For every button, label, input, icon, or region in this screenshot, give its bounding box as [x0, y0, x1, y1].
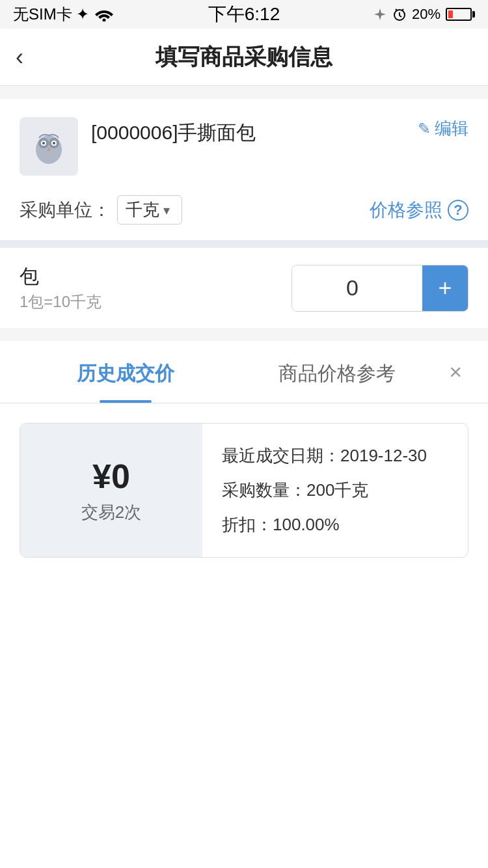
- price-ref-button[interactable]: 价格参照 ?: [370, 198, 468, 223]
- edit-button[interactable]: ✎ 编辑: [418, 117, 468, 140]
- unit-row: 采购单位： 千克 ▾: [20, 195, 182, 224]
- svg-line-3: [400, 16, 401, 17]
- tab-history-price[interactable]: 历史成交价: [20, 341, 231, 403]
- battery-icon: [446, 8, 475, 21]
- tabs-container: 历史成交价 商品价格参考 × ¥0 交易2次 最近成交日期：2019-12-30…: [0, 341, 488, 868]
- tabs-header: 历史成交价 商品价格参考 ×: [0, 341, 488, 403]
- product-thumbnail: [20, 117, 78, 176]
- price-card: ¥0 交易2次 最近成交日期：2019-12-30 采购数量：200千克 折扣：…: [20, 423, 468, 558]
- battery-percent: 20%: [412, 6, 441, 23]
- price-card-left: ¥0 交易2次: [20, 424, 202, 557]
- bottom-content-area: [0, 577, 488, 868]
- status-time: 下午6:12: [208, 2, 280, 27]
- quantity-unit-label: 包: [20, 264, 102, 290]
- tab-ref-label: 商品价格参考: [278, 362, 396, 384]
- quantity-row: 包 1包=10千克 +: [0, 248, 488, 328]
- price-transactions: 交易2次: [81, 501, 141, 524]
- svg-line-5: [402, 9, 403, 10]
- product-logo: [26, 124, 72, 169]
- recent-date-value: 2019-12-30: [340, 446, 427, 465]
- price-currency: ¥: [92, 457, 111, 495]
- product-header: [0000006]手撕面包 ✎ 编辑: [20, 117, 468, 176]
- carrier-text: 无SIM卡 ✦: [13, 4, 89, 25]
- alarm-icon: [392, 7, 407, 21]
- back-button[interactable]: ‹: [16, 44, 23, 71]
- status-indicators: 20%: [373, 6, 475, 23]
- nav-bar: ‹ 填写商品采购信息: [0, 29, 488, 86]
- help-icon: ?: [448, 200, 468, 221]
- quantity-plus-button[interactable]: +: [422, 265, 468, 311]
- price-value: 0: [111, 457, 130, 495]
- unit-select[interactable]: 千克 ▾: [117, 195, 182, 224]
- unit-label: 采购单位：: [20, 198, 111, 223]
- discount-label: 折扣：: [222, 515, 273, 534]
- product-name: [0000006]手撕面包: [91, 120, 256, 146]
- quantity-label: 采购数量：: [222, 480, 306, 500]
- wifi-icon: [94, 7, 114, 21]
- svg-line-4: [396, 9, 397, 10]
- quantity-value: 200千克: [306, 480, 368, 500]
- discount-value: 100.00%: [273, 515, 340, 534]
- svg-point-0: [103, 19, 106, 22]
- quantity-input-area: +: [291, 265, 468, 312]
- price-recent-date: 最近成交日期：2019-12-30: [222, 443, 448, 468]
- price-amount: ¥0: [92, 457, 130, 496]
- price-ref-label: 价格参照: [370, 198, 442, 223]
- product-meta: 采购单位： 千克 ▾ 价格参照 ?: [20, 195, 468, 224]
- tab-price-ref[interactable]: 商品价格参考: [231, 341, 442, 403]
- quantity-sub-label: 1包=10千克: [20, 292, 102, 312]
- price-quantity: 采购数量：200千克: [222, 478, 448, 503]
- tab-history-label: 历史成交价: [77, 362, 174, 384]
- product-card: [0000006]手撕面包 ✎ 编辑 采购单位： 千克 ▾ 价格参照 ?: [0, 99, 488, 240]
- product-left: [0000006]手撕面包: [20, 117, 256, 176]
- quantity-input[interactable]: [292, 265, 422, 311]
- tabs-close-button[interactable]: ×: [442, 346, 468, 398]
- price-discount: 折扣：100.00%: [222, 512, 448, 537]
- quantity-label-area: 包 1包=10千克: [20, 264, 102, 312]
- status-carrier: 无SIM卡 ✦: [13, 4, 114, 25]
- page-title: 填写商品采购信息: [156, 42, 332, 72]
- status-bar: 无SIM卡 ✦ 下午6:12 20%: [0, 0, 488, 29]
- location-icon: [373, 7, 387, 21]
- unit-value: 千克: [126, 198, 159, 221]
- unit-arrow-icon: ▾: [163, 202, 170, 218]
- svg-point-12: [53, 142, 55, 144]
- edit-icon: ✎: [418, 120, 431, 138]
- recent-date-label: 最近成交日期：: [222, 446, 340, 465]
- svg-point-11: [42, 142, 45, 144]
- section-divider: [0, 240, 488, 248]
- edit-label: 编辑: [435, 117, 468, 140]
- price-card-right: 最近成交日期：2019-12-30 采购数量：200千克 折扣：100.00%: [202, 424, 468, 557]
